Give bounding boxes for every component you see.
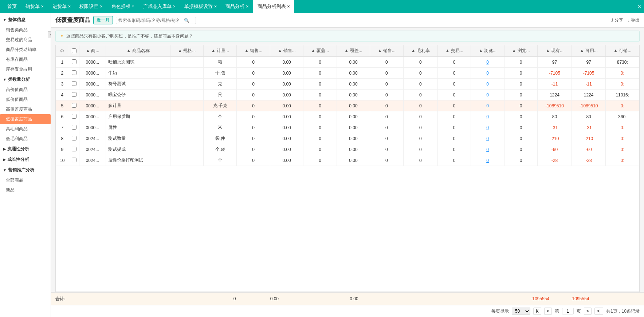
nav-product-analysis[interactable]: 商品分析 × [221,0,253,13]
th-browse2: ▲ 浏览... [504,45,537,57]
table-row[interactable]: 10000...旺铺批次测试箱00.0000.000000097978730: [56,57,639,68]
notice-text: 这些商品只有很少客户购买过，是推广不够，还是商品本身问题？ [66,33,193,39]
th-sales3: ▲ 销售... [370,45,403,57]
per-page-select[interactable]: 50 20 100 [512,308,530,315]
search-input[interactable] [118,18,184,23]
sidebar: ▼ 整体信息 销售类商品 交易过的商品 商品分类动销率 有库存商品 库存资金占用… [0,13,51,317]
table-row[interactable]: 90024...测试提成个,袋00.0000.0000000-60-600: [56,144,639,155]
table-container[interactable]: ⚙ ▲ 商... ▲ 商品名称 ▲ 规格... ▲ 计量... ▲ 销售... … [55,45,640,292]
export-label: 导出 [631,17,640,23]
sidebar-item-new-products[interactable]: 新品 [0,185,51,195]
th-spec: ▲ 规格... [170,45,203,57]
table-header-row: ⚙ ▲ 商... ▲ 商品名称 ▲ 规格... ▲ 计量... ▲ 销售... … [56,45,639,57]
sidebar-section-label-quantity: 类数量分析 [8,76,30,83]
close-icon[interactable]: × [638,3,641,10]
table-row[interactable]: 100024...属性价格打印测试个00.0000.0000000-28-280… [56,155,639,166]
table-row[interactable]: 70000...属性米00.0000.0000000-31-310: [56,122,639,133]
nav-home[interactable]: 首页 [3,0,21,13]
page-suffix: 页 [577,308,581,314]
total-s2: 0.00 [255,295,294,303]
table-row[interactable]: 80024...测试数量袋,件00.0000.0000000-210-2100: [56,133,639,144]
sidebar-item-low-margin[interactable]: 低毛利商品 [0,134,51,144]
footer-total: 合计: 0 0.00 0.00 -1095554 -1095554 [51,292,644,305]
nav-permissions[interactable]: 权限设置 × [75,0,107,13]
nav-purchase[interactable]: 进货单 × [48,0,75,13]
sidebar-item-high-value[interactable]: 高价值商品 [0,85,51,95]
sidebar-item-stock-capital[interactable]: 库存资金占用 [0,64,51,74]
total-info: 共1页，10条记录 [606,308,640,314]
th-stock3: ▲ 可销... [606,45,639,57]
sidebar-item-all-products[interactable]: 全部商品 [0,175,51,185]
content-area: 低覆盖度商品 近一月 🔍 ⤴ 分享 ↓ 导出 ✦ 这些商品只有很少客户购买过，是… [51,13,644,317]
nav-product-entry[interactable]: 产成品入库单 × [139,0,180,13]
sidebar-item-traded-products[interactable]: 交易过的商品 [0,35,51,45]
th-sales2: ▲ 销售... [270,45,303,57]
pagination: 每页显示 50 20 100 K < 第 页 > >| 共1页，10条记录 [51,305,644,317]
table-row[interactable]: 60000...启用保质期个00.0000.00000008080360: [56,111,639,122]
th-stock2: ▲ 可用... [572,45,606,57]
sidebar-section-growth[interactable]: ▶ 成长性分析 [0,154,51,165]
total-c2: 0.00 [334,295,374,303]
share-icon: ⤴ [611,18,613,23]
th-code: ▲ 商... [79,45,106,57]
chevron-down-icon: ▼ [3,18,7,22]
share-button[interactable]: ⤴ 分享 [611,17,623,23]
sidebar-item-category-sales-rate[interactable]: 商品分类动销率 [0,45,51,55]
table-row[interactable]: 30000...符号测试克00.0000.0000000-11-110: [56,79,639,90]
current-page-input[interactable] [562,308,574,314]
share-label: 分享 [614,17,623,23]
total-values: 0 0.00 0.00 -1095554 -1095554 [68,295,640,303]
total-spacer3 [374,295,520,303]
th-trade: ▲ 交易... [437,45,471,57]
per-page-label: 每页显示 [491,308,509,314]
page-label: 第 [555,308,559,314]
search-box: 🔍 [116,17,196,24]
chevron-down-icon: ▼ [3,168,7,172]
th-settings[interactable]: ⚙ [56,45,69,57]
total-spacer1 [68,295,215,303]
total-s1: 0 [215,295,254,303]
sidebar-collapse-btn[interactable]: « [48,31,51,38]
table-row[interactable]: 50000...多计量克,千克00.0000.0000000-1089510-1… [56,100,639,111]
last-page-btn[interactable]: >| [594,308,603,315]
th-browse1: ▲ 浏览... [471,45,504,57]
nav-template-settings[interactable]: 单据模板设置 × [180,0,221,13]
table-row[interactable]: 20000...牛奶个,包00.0000.0000000-7105-71050: [56,68,639,79]
th-checkbox[interactable] [69,45,79,57]
sidebar-item-low-coverage[interactable]: 低覆盖度商品 [0,114,51,124]
first-page-btn[interactable]: K [533,308,541,315]
export-button[interactable]: ↓ 导出 [628,17,640,23]
table-row[interactable]: 40000...眠宝公仔只00.0000.0000000122412241101… [56,90,639,100]
sidebar-section-circulation[interactable]: ▶ 流通性分析 [0,144,51,154]
nav-sales[interactable]: 销货单 × [21,0,48,13]
sidebar-section-label-overall: 整体信息 [8,17,25,23]
time-filter-badge[interactable]: 近一月 [93,16,113,24]
sidebar-item-sales-products[interactable]: 销售类商品 [0,25,51,35]
next-page-btn[interactable]: > [584,308,592,315]
th-margin: ▲ 毛利率 [403,45,437,57]
main-area: ▼ 整体信息 销售类商品 交易过的商品 商品分类动销率 有库存商品 库存资金占用… [0,13,644,317]
sidebar-item-low-value[interactable]: 低价值商品 [0,95,51,104]
nav-role[interactable]: 角色授权 × [107,0,139,13]
sidebar-section-overall[interactable]: ▼ 整体信息 [0,15,51,25]
nav-product-analysis-list[interactable]: 商品分析列表 × [253,0,294,13]
th-name: ▲ 商品名称 [106,45,170,57]
sidebar-item-in-stock[interactable]: 有库存商品 [0,55,51,64]
data-table: ⚙ ▲ 商... ▲ 商品名称 ▲ 规格... ▲ 计量... ▲ 销售... … [56,45,639,166]
page-title: 低覆盖度商品 [55,16,90,24]
search-icon[interactable]: 🔍 [184,18,189,23]
sidebar-section-quantity-analysis[interactable]: ▼ 类数量分析 [0,74,51,85]
sidebar-section-marketing[interactable]: ▼ 营销推广分析 [0,165,51,175]
prev-page-btn[interactable]: < [544,308,552,315]
total-stock2: -1095554 [560,295,600,303]
total-stock1: -1095554 [520,295,560,303]
sidebar-item-high-coverage[interactable]: 高覆盖度商品 [0,104,51,114]
notice-bar: ✦ 这些商品只有很少客户购买过，是推广不够，还是商品本身问题？ [55,31,640,42]
sidebar-section-label-marketing: 营销推广分析 [8,167,34,173]
star-icon: ✦ [60,33,64,39]
select-all-checkbox[interactable] [72,48,76,53]
chevron-down-icon: ▼ [3,78,7,82]
sidebar-item-high-margin[interactable]: 高毛利商品 [0,124,51,134]
sidebar-section-label-circulation: 流通性分析 [7,146,29,152]
export-icon: ↓ [628,18,630,23]
